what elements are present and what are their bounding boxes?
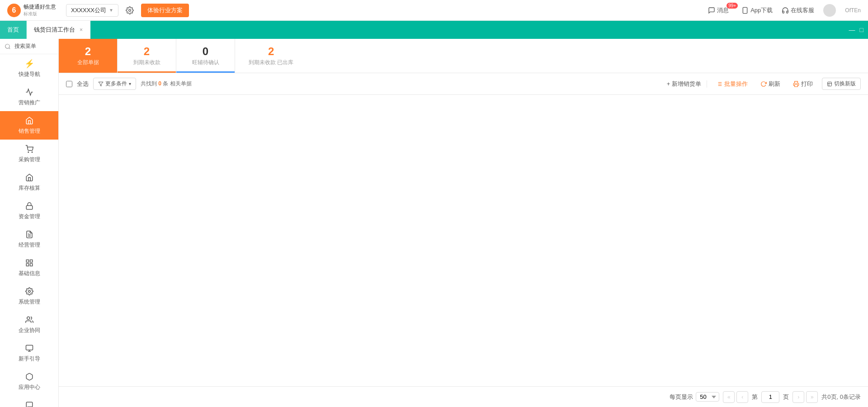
refresh-button[interactable]: 刷新 [757, 78, 784, 90]
avatar[interactable] [823, 4, 836, 17]
card-overdue-shipped[interactable]: 2 到期未收款 已出库 [235, 39, 307, 73]
svg-point-15 [27, 317, 29, 319]
svg-marker-19 [99, 82, 103, 86]
sidebar-item-enterprise[interactable]: 企业协同 [0, 310, 58, 339]
sidebar-item-guide[interactable]: 新手引导 [0, 339, 58, 367]
logo-text: 畅捷通好生意 标准版 [24, 4, 56, 17]
svg-rect-13 [26, 264, 28, 266]
pagination-nav: « ‹ 第 页 › » [723, 391, 818, 403]
svg-line-4 [9, 47, 10, 49]
divider [707, 80, 707, 88]
company-selector[interactable]: XXXXXX公司 ▼ [66, 4, 118, 17]
basic-info-icon [24, 258, 34, 268]
main-content: 2 全部单据 2 到期未收款 0 旺辅待确认 2 到期未收款 已出库 [59, 39, 868, 407]
last-page-button[interactable]: » [806, 391, 818, 403]
tab-close-icon[interactable]: × [80, 27, 83, 33]
quick-nav-icon: ⚡ [24, 59, 34, 69]
sidebar-search-menu[interactable]: 搜索菜单 [0, 39, 58, 54]
svg-point-14 [28, 290, 30, 293]
inventory-icon [24, 173, 34, 182]
nav-tabs: 首页 钱货日清工作台 × — □ [0, 21, 868, 39]
tab-home[interactable]: 首页 [0, 21, 27, 39]
card-underline-overdue [118, 71, 176, 73]
svg-rect-7 [26, 206, 33, 209]
sidebar-item-app-center[interactable]: 应用中心 [0, 367, 58, 396]
page-label: 第 [750, 393, 760, 401]
svg-point-6 [32, 152, 33, 153]
page-input[interactable] [761, 391, 779, 403]
sales-icon [24, 116, 34, 126]
svg-point-0 [129, 9, 131, 11]
switch-version-button[interactable]: 切换新版 [822, 78, 861, 90]
card-underline-all [59, 71, 117, 73]
per-page-label: 每页显示 [670, 393, 693, 401]
trial-button[interactable]: 体验行业方案 [141, 4, 189, 17]
purchase-icon [24, 144, 34, 154]
card-overdue[interactable]: 2 到期未收款 [118, 39, 176, 73]
per-page-selector: 每页显示 10 20 50 100 [670, 392, 719, 402]
user-name[interactable]: OfTEn [845, 7, 861, 14]
finance-icon [24, 201, 34, 211]
page-size-select[interactable]: 10 20 50 100 [696, 392, 719, 402]
toolbar-right: + 新增销货单 批量操作 [667, 78, 861, 90]
marketing-icon [24, 87, 34, 97]
prev-page-button[interactable]: ‹ [736, 391, 748, 403]
print-button[interactable]: 打印 [789, 78, 816, 90]
first-page-button[interactable]: « [723, 391, 735, 403]
sidebar-item-marketing[interactable]: 营销推广 [0, 83, 58, 111]
svg-rect-1 [743, 7, 747, 13]
enterprise-icon [24, 315, 34, 325]
topbar-right: 消息 99+ App下载 在线客服 OfTEn [704, 4, 861, 17]
card-all[interactable]: 2 全部单据 [59, 39, 118, 73]
sidebar: 搜索菜单 ⚡ 快捷导航 营销推广 销售管理 [0, 39, 59, 407]
sidebar-item-sales[interactable]: 销售管理 [0, 111, 58, 140]
toolbar-left: 全选 更多条件 ▾ 共找到 0 条 相关单据 [66, 78, 662, 90]
sidebar-item-finance[interactable]: 资金管理 [0, 196, 58, 225]
chevron-down-icon: ▾ [129, 81, 131, 86]
batch-operation-button[interactable]: 批量操作 [712, 78, 751, 90]
tab-maximize-button[interactable]: □ [860, 26, 863, 33]
sidebar-item-basic-info[interactable]: 基础信息 [0, 253, 58, 282]
messages-button[interactable]: 消息 99+ [704, 6, 732, 14]
sidebar-item-wechat[interactable]: 企业微信 [0, 396, 58, 407]
more-filters-button[interactable]: 更多条件 ▾ [93, 78, 136, 90]
next-page-button[interactable]: › [793, 391, 804, 403]
logo-area: 6 畅捷通好生意 标准版 [7, 4, 66, 17]
table-area [59, 95, 868, 386]
messages-badge: 99+ [726, 3, 738, 9]
summary-cards: 2 全部单据 2 到期未收款 0 旺辅待确认 2 到期未收款 已出库 [59, 39, 868, 73]
online-service-button[interactable]: 在线客服 [782, 6, 814, 14]
operations-icon [24, 229, 34, 239]
toolbar: 全选 更多条件 ▾ 共找到 0 条 相关单据 + 新增销货单 [59, 73, 868, 95]
app-download-button[interactable]: App下载 [741, 6, 773, 14]
svg-rect-26 [795, 84, 798, 87]
found-text: 共找到 0 条 相关单据 [141, 80, 192, 88]
logo-icon: 6 [7, 4, 21, 17]
sidebar-item-operations[interactable]: 经营管理 [0, 225, 58, 253]
svg-point-3 [5, 44, 9, 48]
card-underline-pending [176, 71, 235, 73]
sidebar-item-inventory[interactable]: 库存核算 [0, 168, 58, 196]
tab-qhrc[interactable]: 钱货日清工作台 × [27, 21, 90, 39]
select-all-checkbox[interactable] [66, 81, 72, 87]
topbar: 6 畅捷通好生意 标准版 XXXXXX公司 ▼ 体验行业方案 消息 99+ [0, 0, 868, 21]
app-center-icon [24, 372, 34, 382]
svg-rect-27 [828, 82, 832, 86]
sidebar-item-quick-nav[interactable]: ⚡ 快捷导航 [0, 54, 58, 83]
select-all-label: 全选 [77, 80, 89, 88]
chevron-down-icon: ▼ [109, 8, 113, 13]
svg-rect-12 [30, 264, 32, 266]
page-total: 共0页, 0条记录 [821, 393, 861, 401]
main-layout: 搜索菜单 ⚡ 快捷导航 营销推广 销售管理 [0, 39, 868, 407]
tab-actions: — □ [849, 21, 868, 39]
add-sales-button[interactable]: + 新增销货单 [667, 80, 701, 88]
svg-rect-10 [26, 260, 28, 262]
wechat-icon [24, 400, 34, 407]
svg-point-5 [28, 152, 29, 153]
tab-minimize-button[interactable]: — [849, 26, 855, 33]
sidebar-item-purchase[interactable]: 采购管理 [0, 140, 58, 168]
page-unit: 页 [781, 393, 791, 401]
sidebar-item-system[interactable]: 系统管理 [0, 282, 58, 310]
settings-button[interactable] [123, 4, 137, 17]
card-pending[interactable]: 0 旺辅待确认 [176, 39, 235, 73]
